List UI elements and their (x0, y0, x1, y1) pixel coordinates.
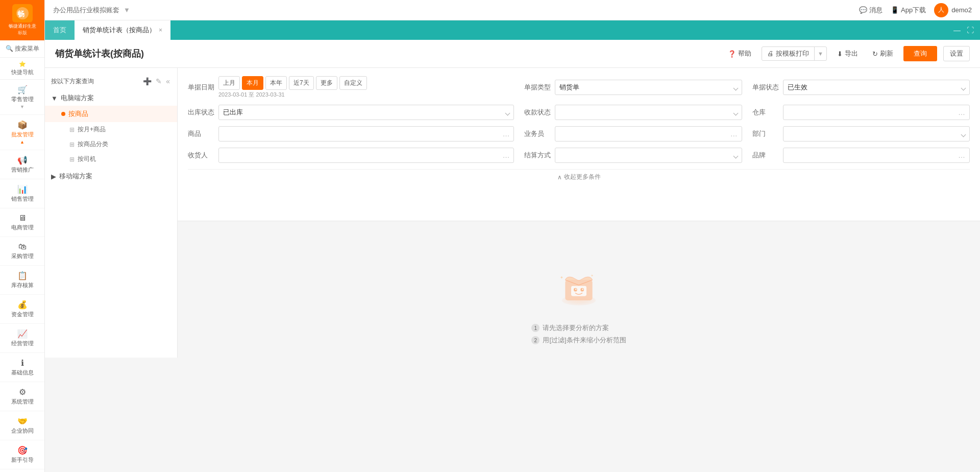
grid-icon-2: ⊞ (69, 141, 75, 148)
consignee-field: 收货人 … (188, 148, 514, 163)
collapse-up-icon: ∧ (557, 174, 562, 181)
sales-label: 销售管理 (11, 195, 34, 203)
sidebar-item-wholesale[interactable]: 📦 批发管理 ▲ (0, 115, 44, 150)
date-last-month-btn[interactable]: 上月 (218, 76, 240, 90)
sidebar-item-marketing[interactable]: 📢 营销推广 (0, 150, 44, 179)
out-status-arrow (503, 109, 509, 116)
consignee-input[interactable]: … (218, 148, 514, 163)
collapse-label: 收起更多条件 (564, 173, 601, 181)
doc-status-select[interactable]: 已生效 (783, 80, 970, 95)
active-tab-label: 销货单统计表（按商品） (83, 26, 156, 35)
brand-input[interactable]: … (783, 148, 970, 163)
scheme-item-by-goods[interactable]: 按商品 (45, 106, 177, 122)
sidebar-item-enterprise[interactable]: 🤝 企业协同 (0, 411, 44, 440)
basic-info-label: 基础信息 (11, 369, 34, 376)
svg-text:✦: ✦ (560, 275, 564, 280)
guide-label: 新手引导 (11, 456, 34, 464)
consignee-label: 收货人 (188, 151, 214, 160)
sidebar-item-inventory[interactable]: 📋 库存核算 (0, 266, 44, 295)
tab-active[interactable]: 销货单统计表（按商品） × (75, 20, 170, 40)
goods-input[interactable]: … (218, 126, 514, 141)
collapse-sidebar-btn[interactable]: « (165, 76, 171, 86)
message-btn[interactable]: 💬 消息 (859, 6, 883, 15)
sidebar-item-sales[interactable]: 📊 销售管理 (0, 179, 44, 208)
collapse-btn[interactable]: ∧ 收起更多条件 (188, 169, 970, 184)
settings-btn[interactable]: 设置 (943, 46, 970, 61)
payment-select[interactable] (555, 105, 742, 120)
sidebar-item-ecommerce[interactable]: 🖥 电商管理 (0, 208, 44, 237)
sidebar: 畅 畅捷通好生意 标版 🔍 搜索菜单 ⭐ 快捷导航 🛒 零售管理 ▼ 📦 批发管… (0, 0, 45, 472)
quick-nav[interactable]: ⭐ 快捷导航 (0, 58, 44, 80)
mobile-scheme-title[interactable]: ▶ 移动端方案 (45, 169, 177, 184)
app-download-btn[interactable]: 📱 App下载 (891, 6, 926, 15)
date-custom-btn[interactable]: 自定义 (339, 76, 367, 90)
logo-text: 畅捷通好生意 (9, 23, 36, 30)
help-btn[interactable]: ❓ 帮助 (724, 47, 755, 60)
sidebar-item-system[interactable]: ⚙ 系统管理 (0, 382, 44, 411)
help-icon: ❓ (728, 50, 736, 58)
print-dropdown-btn[interactable]: ▼ (815, 49, 826, 59)
settlement-select[interactable] (555, 148, 742, 163)
filter-sidebar-header: 按以下方案查询 ➕ ✎ « (45, 74, 177, 90)
date-this-year-btn[interactable]: 本年 (265, 76, 287, 90)
message-label: 消息 (869, 6, 883, 15)
edit-scheme-btn[interactable]: ✎ (155, 76, 163, 86)
ecommerce-icon: 🖥 (18, 214, 27, 223)
tab-fullscreen-btn[interactable]: ⛶ (965, 24, 976, 36)
user-profile-btn[interactable]: 人 demo2 (934, 3, 972, 17)
query-btn[interactable]: 查询 (903, 46, 937, 61)
purchase-label: 采购管理 (11, 252, 34, 260)
payment-field: 收款状态 (524, 105, 742, 120)
mobile-scheme-label: 移动端方案 (59, 172, 92, 181)
scheme-item-by-category[interactable]: ⊞ 按商品分类 (45, 137, 177, 152)
tab-home[interactable]: 首页 (45, 20, 75, 40)
sidebar-item-purchase[interactable]: 🛍 采购管理 (0, 237, 44, 266)
scheme-item-by-month-goods[interactable]: ⊞ 按月+商品 (45, 122, 177, 137)
pc-scheme-title[interactable]: ▼ 电脑端方案 (45, 90, 177, 106)
date-this-month-btn[interactable]: 本月 (242, 76, 263, 90)
warehouse-input[interactable]: … (783, 105, 970, 120)
workspace-name: 办公用品行业模拟账套 (53, 6, 119, 15)
download-icon: 📱 (891, 6, 899, 14)
logo[interactable]: 畅 畅捷通好生意 标版 (0, 0, 44, 40)
export-btn[interactable]: ⬇ 导出 (833, 47, 862, 60)
refresh-btn[interactable]: ↻ 刷新 (868, 47, 897, 60)
print-main-btn[interactable]: 🖨 按模板打印 (762, 47, 815, 60)
sidebar-item-finance[interactable]: 💰 资金管理 (0, 295, 44, 324)
sidebar-item-appstore[interactable]: 🔲 应用中心 (0, 469, 44, 472)
sidebar-item-basic-info[interactable]: ℹ 基础信息 (0, 353, 44, 382)
user-avatar: 人 (934, 3, 948, 17)
logo-subtitle: 标版 (18, 30, 27, 36)
export-label: 导出 (845, 49, 858, 58)
out-status-field: 出库状态 已出库 (188, 105, 514, 120)
dept-select[interactable] (783, 126, 970, 141)
sidebar-item-guide[interactable]: 🎯 新手引导 (0, 440, 44, 469)
date-more-btn[interactable]: 更多 (316, 76, 337, 90)
out-status-select[interactable]: 已出库 (218, 105, 514, 120)
search-menu[interactable]: 🔍 搜索菜单 (0, 40, 44, 58)
add-scheme-btn[interactable]: ➕ (142, 76, 153, 86)
tab-close-btn[interactable]: × (159, 27, 162, 34)
workspace-dropdown-icon[interactable]: ▼ (124, 6, 130, 14)
salesperson-input[interactable]: … (555, 126, 742, 141)
doc-type-arrow (731, 84, 738, 91)
warehouse-field: 仓库 … (752, 105, 970, 120)
salesperson-dots-btn[interactable]: … (730, 130, 738, 138)
sidebar-item-retail[interactable]: 🛒 零售管理 ▼ (0, 80, 44, 115)
scheme-header-label: 按以下方案查询 (51, 77, 94, 86)
user-name: demo2 (951, 6, 972, 14)
scheme-item-by-driver[interactable]: ⊞ 按司机 (45, 152, 177, 167)
doc-type-select[interactable]: 销货单 (555, 80, 742, 95)
filter-row-2: 出库状态 已出库 收款状态 (188, 105, 970, 120)
active-dot (61, 112, 65, 116)
consignee-dots-btn[interactable]: … (502, 151, 509, 159)
warehouse-dots-btn[interactable]: … (958, 108, 965, 116)
salesperson-label: 业务员 (524, 129, 551, 138)
doc-type-label: 单据类型 (524, 83, 551, 92)
wholesale-arrow: ▲ (20, 139, 24, 145)
date-last7-btn[interactable]: 近7天 (289, 76, 314, 90)
goods-dots-btn[interactable]: … (502, 130, 509, 138)
tab-minimize-btn[interactable]: — (951, 24, 963, 36)
sidebar-item-operations[interactable]: 📈 经营管理 (0, 324, 44, 353)
brand-dots-btn[interactable]: … (958, 151, 965, 159)
